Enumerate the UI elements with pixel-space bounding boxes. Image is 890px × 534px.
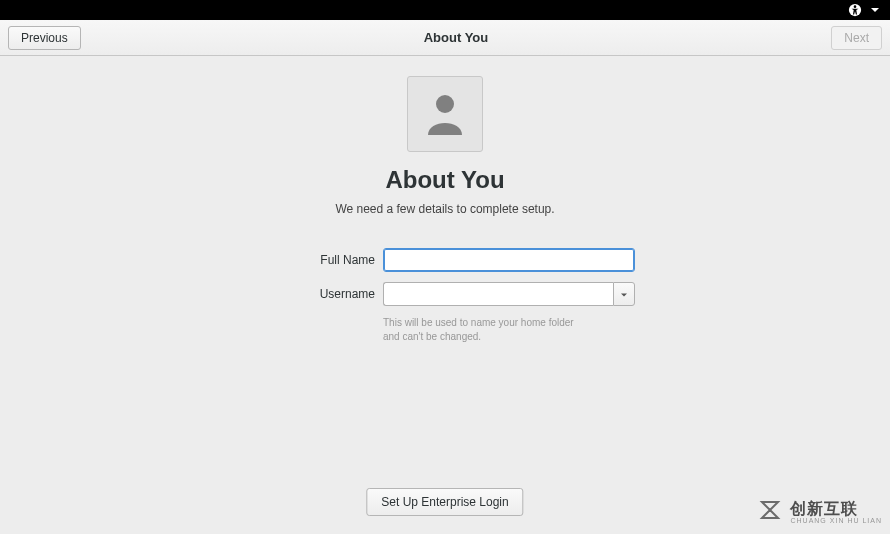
top-panel	[0, 0, 890, 20]
page-title: About You	[385, 166, 504, 194]
user-icon	[420, 87, 470, 141]
accessibility-icon[interactable]	[848, 3, 862, 17]
svg-point-1	[854, 5, 857, 8]
form-area: Full Name Username This will be used to …	[255, 248, 635, 344]
watermark-line1: 创新互联	[790, 501, 882, 517]
watermark: 创新互联 CHUANG XIN HU LIAN	[756, 496, 882, 528]
page-subtitle: We need a few details to complete setup.	[335, 202, 554, 216]
enterprise-login-button[interactable]: Set Up Enterprise Login	[366, 488, 523, 516]
full-name-label: Full Name	[255, 253, 375, 267]
username-combo	[383, 282, 635, 306]
next-button[interactable]: Next	[831, 26, 882, 50]
header-title: About You	[81, 30, 832, 45]
username-row: Username	[255, 282, 635, 306]
full-name-input[interactable]	[383, 248, 635, 272]
full-name-row: Full Name	[255, 248, 635, 272]
header-bar: Previous About You Next	[0, 20, 890, 56]
avatar-placeholder[interactable]	[407, 76, 483, 152]
watermark-text: 创新互联 CHUANG XIN HU LIAN	[790, 501, 882, 524]
username-hint: This will be used to name your home fold…	[383, 316, 583, 344]
system-menu-caret-icon[interactable]	[870, 5, 880, 15]
watermark-line2: CHUANG XIN HU LIAN	[790, 517, 882, 524]
username-dropdown-button[interactable]	[613, 282, 635, 306]
chevron-down-icon	[620, 287, 628, 302]
content-area: About You We need a few details to compl…	[0, 56, 890, 534]
watermark-logo-icon	[756, 496, 784, 528]
username-input[interactable]	[383, 282, 613, 306]
username-label: Username	[255, 287, 375, 301]
previous-button[interactable]: Previous	[8, 26, 81, 50]
svg-point-2	[436, 95, 454, 113]
